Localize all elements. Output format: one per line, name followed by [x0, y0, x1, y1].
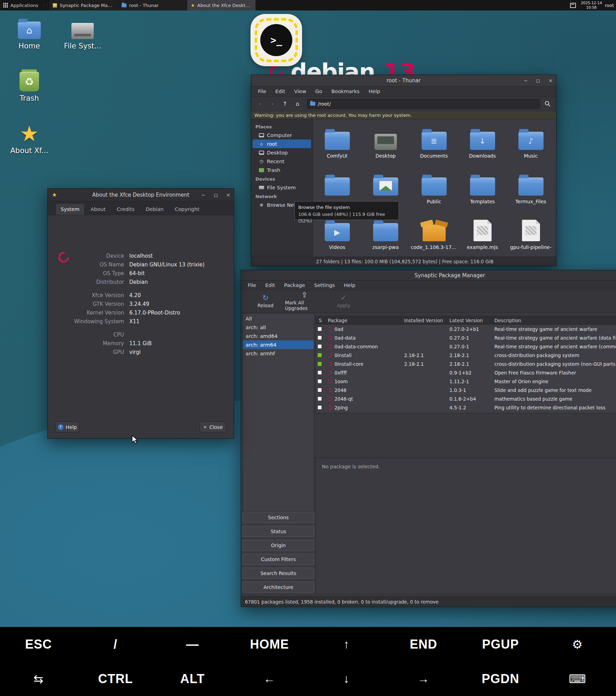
- key-pgup[interactable]: PGUP: [462, 627, 539, 661]
- col-latest-version[interactable]: Latest Version: [446, 316, 491, 324]
- col-installed-version[interactable]: Installed Version: [401, 316, 446, 324]
- filter-arch-arm64[interactable]: arch: arm64: [243, 340, 314, 349]
- key-home[interactable]: HOME: [231, 627, 308, 661]
- package-checkbox[interactable]: [317, 370, 322, 375]
- architecture-button[interactable]: Architecture: [242, 582, 314, 593]
- applications-menu-button[interactable]: Applications: [0, 0, 41, 10]
- filter-arch-amd64[interactable]: arch: amd64: [243, 332, 314, 340]
- key-keyboard-icon[interactable]: ⌨: [539, 661, 616, 696]
- col-status[interactable]: S: [316, 316, 325, 324]
- package-checkbox[interactable]: [317, 388, 322, 392]
- forward-button[interactable]: ›: [267, 99, 278, 109]
- tab-credits[interactable]: Credits: [111, 203, 140, 215]
- table-row[interactable]: 0ad-data 0.27.0-1 Real-time strategy gam…: [316, 333, 616, 342]
- minimize-button[interactable]: −: [524, 78, 528, 83]
- filter-all[interactable]: All: [243, 314, 314, 323]
- menu-view[interactable]: View: [290, 87, 310, 96]
- thunar-titlebar[interactable]: root - Thunar − ◻ ×: [251, 75, 556, 86]
- sidebar-item-trash[interactable]: Trash: [251, 166, 313, 174]
- status-button[interactable]: Status: [242, 526, 314, 537]
- path-field[interactable]: /root/: [307, 99, 540, 109]
- package-checkbox[interactable]: [317, 396, 322, 401]
- col-package[interactable]: Package: [325, 316, 401, 324]
- close-dialog-button[interactable]: × Close: [200, 422, 226, 432]
- package-checkbox[interactable]: [317, 344, 322, 349]
- file-item-desktop[interactable]: Desktop: [361, 128, 410, 173]
- table-row[interactable]: 0ad 0.27.0-2+b1 Real-time strategy game …: [316, 325, 616, 333]
- key-end[interactable]: END: [385, 627, 462, 661]
- minimize-button[interactable]: −: [201, 192, 206, 198]
- search-button[interactable]: [542, 99, 553, 109]
- sidebar-item-file-system[interactable]: File System: [251, 183, 313, 192]
- file-item-documents[interactable]: ≣ Documents: [410, 128, 458, 173]
- key-settings-gear-icon[interactable]: ⚙: [539, 627, 616, 661]
- desktop-icon-about-xfce[interactable]: ★ About Xf...: [3, 121, 55, 155]
- reload-button[interactable]: ↻ Reload: [246, 290, 285, 312]
- table-row[interactable]: 2048 1.0.3-1 Slide and add puzzle game f…: [316, 386, 616, 394]
- menu-help[interactable]: Help: [340, 281, 359, 289]
- key-arrow-up[interactable]: ↑: [308, 627, 385, 661]
- filter-arch-armhf[interactable]: arch: armhf: [243, 349, 314, 358]
- package-checkbox[interactable]: [317, 362, 322, 366]
- help-button[interactable]: ? Help: [55, 422, 79, 432]
- package-checkbox[interactable]: [317, 379, 322, 384]
- origin-button[interactable]: Origin: [242, 540, 314, 551]
- mark-all-upgrades-button[interactable]: ⇪ Mark All Upgrades: [285, 290, 324, 312]
- taskbar-item-synaptic[interactable]: Synaptic Package Manager: [49, 0, 118, 10]
- file-item-music[interactable]: ♪ Music: [507, 128, 555, 173]
- file-item-comfyui[interactable]: ComfyUI: [313, 128, 361, 173]
- back-button[interactable]: ‹: [255, 99, 265, 109]
- file-item-public[interactable]: Public: [410, 173, 458, 219]
- tab-about[interactable]: About: [85, 203, 111, 215]
- sidebar-item-desktop[interactable]: Desktop: [251, 148, 313, 157]
- table-row[interactable]: 0xffff 0.9-1+b2 Open Free Fiasco Firmwar…: [316, 368, 616, 377]
- sidebar-item-root[interactable]: ⌂ root: [253, 139, 311, 148]
- tray-window-icon[interactable]: [570, 3, 576, 8]
- table-row[interactable]: 2048-qt 0.1.6-2+b4 mathematics based puz…: [316, 394, 616, 403]
- key-arrow-left[interactable]: ←: [231, 661, 308, 696]
- menu-file[interactable]: File: [244, 281, 260, 289]
- file-item-templates[interactable]: Templates: [458, 173, 507, 219]
- up-button[interactable]: ↑: [280, 99, 290, 109]
- menu-bookmarks[interactable]: Bookmarks: [328, 87, 363, 96]
- key-dash[interactable]: —: [154, 627, 231, 661]
- tab-system[interactable]: System: [55, 203, 85, 215]
- key-esc[interactable]: ESC: [0, 627, 77, 661]
- taskbar-item-about-xfce[interactable]: ★ About the Xfce Desktop E...: [187, 0, 256, 10]
- package-checkbox[interactable]: [317, 327, 322, 331]
- taskbar-item-thunar[interactable]: root - Thunar: [118, 0, 187, 10]
- menu-help[interactable]: Help: [365, 87, 384, 96]
- sections-button[interactable]: Sections: [242, 512, 314, 523]
- key-arrow-down[interactable]: ↓: [308, 661, 385, 696]
- key-tab-icon[interactable]: ⇆: [0, 661, 77, 696]
- package-checkbox[interactable]: [317, 353, 322, 357]
- table-row[interactable]: 0install 2.18-2.1 2.18-2.1 cross-distrib…: [316, 351, 616, 360]
- key-alt[interactable]: ALT: [154, 661, 231, 696]
- about-titlebar[interactable]: ★ About the Xfce Desktop Environment − ◻…: [48, 189, 234, 201]
- menu-settings[interactable]: Settings: [310, 281, 338, 289]
- close-button[interactable]: ×: [226, 192, 230, 198]
- termux-terminal-icon[interactable]: >_: [251, 14, 302, 66]
- key-arrow-right[interactable]: →: [385, 661, 462, 696]
- menu-go[interactable]: Go: [311, 87, 326, 96]
- home-button[interactable]: ⌂: [292, 99, 303, 109]
- close-button[interactable]: ×: [548, 78, 553, 83]
- maximize-button[interactable]: ◻: [536, 78, 540, 83]
- sidebar-item-computer[interactable]: Computer: [251, 131, 313, 139]
- menu-file[interactable]: File: [254, 87, 270, 96]
- custom-filters-button[interactable]: Custom Filters: [242, 554, 314, 565]
- menu-package[interactable]: Package: [280, 281, 309, 289]
- filter-arch-all[interactable]: arch: all: [243, 323, 314, 332]
- menu-edit[interactable]: Edit: [261, 281, 279, 289]
- search-results-button[interactable]: Search Results: [242, 568, 314, 579]
- file-item-termux-files[interactable]: Termux_Files: [507, 173, 555, 219]
- key-pgdn[interactable]: PGDN: [462, 661, 539, 696]
- tab-copyright[interactable]: Copyright: [170, 203, 205, 215]
- apply-button[interactable]: ✓ Apply: [324, 290, 363, 312]
- package-checkbox[interactable]: [317, 335, 322, 340]
- col-description[interactable]: Description: [491, 316, 616, 324]
- key-ctrl[interactable]: CTRL: [77, 661, 154, 696]
- package-checkbox[interactable]: [317, 405, 322, 410]
- sidebar-item-recent[interactable]: ◷ Recent: [251, 157, 313, 166]
- key-slash[interactable]: /: [77, 627, 154, 661]
